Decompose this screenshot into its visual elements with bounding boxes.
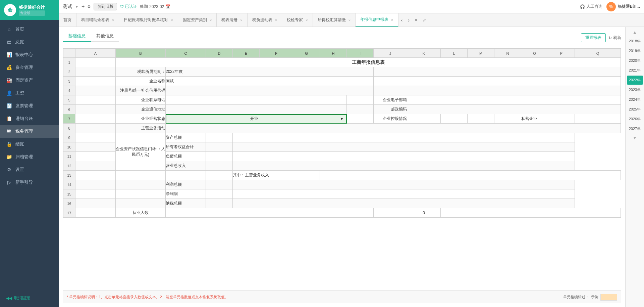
dropdown-arrow-icon[interactable]: ▼ <box>75 4 79 9</box>
sidebar-item-fund[interactable]: 💰 资金管理 <box>0 61 59 74</box>
sidebar-item-archive[interactable]: 📁 归档管理 <box>0 150 59 163</box>
tab-close-icon[interactable]: × <box>306 18 308 22</box>
year-item-2023[interactable]: 2023年 <box>627 85 643 94</box>
cell-2c[interactable]: 2022年度 <box>166 67 374 77</box>
col-header-h[interactable]: H <box>320 49 347 58</box>
year-item-2021[interactable]: 2021年 <box>627 66 643 75</box>
col-header-n[interactable]: N <box>494 49 521 58</box>
cell-5b[interactable]: 企业联系电话 <box>116 95 166 105</box>
sub-tab-other[interactable]: 其他信息 <box>91 31 119 42</box>
cell-3a[interactable] <box>75 77 116 86</box>
cell-13c[interactable] <box>166 171 206 180</box>
unpin-button[interactable]: ◀◀ 取消固定 <box>0 293 59 304</box>
tab-close-icon[interactable]: × <box>275 18 277 22</box>
cell-7j[interactable]: 企业控股情况 <box>374 114 407 124</box>
tab-tax-table[interactable]: 税表清册 × <box>217 13 247 27</box>
cell-13h[interactable] <box>320 171 621 180</box>
sidebar-item-guide[interactable]: ▷ 新手引导 <box>0 176 59 189</box>
tab-close-icon[interactable]: × <box>240 18 242 22</box>
cell-13e[interactable]: 其中：主营业务收入 <box>233 171 293 180</box>
cell-13a[interactable] <box>75 171 116 180</box>
tab-close-icon[interactable]: × <box>348 18 351 22</box>
col-header-f[interactable]: F <box>260 49 293 58</box>
col-header-o[interactable]: O <box>521 49 548 58</box>
tab-close-icon[interactable]: × <box>210 18 212 22</box>
cell-16c[interactable]: 纳税总额 <box>166 199 206 208</box>
tab-close-button[interactable]: × <box>412 13 420 27</box>
tab-next-button[interactable]: › <box>405 13 412 27</box>
cell-7c-dropdown[interactable]: 开业 ▼ <box>166 114 347 124</box>
cell-13g[interactable] <box>293 171 320 180</box>
tab-annual-report[interactable]: 年报信息申报表 × <box>356 13 398 27</box>
year-item-2024[interactable]: 2024年 <box>627 95 643 104</box>
cell-5j[interactable]: 企业电子邮箱 <box>374 95 407 105</box>
cell-15e[interactable] <box>233 189 575 199</box>
settings-gear-icon[interactable]: ⚙ <box>87 4 91 9</box>
cell-11e[interactable] <box>233 152 575 161</box>
sidebar-item-report[interactable]: 📊 报表中心 <box>0 48 59 61</box>
col-header-b[interactable]: B <box>116 49 166 58</box>
cell-15a[interactable] <box>75 189 116 199</box>
cell-15c[interactable]: 净利润 <box>166 189 206 199</box>
cell-16e[interactable] <box>233 199 575 208</box>
cell-17j[interactable] <box>374 208 407 218</box>
cell-17k[interactable]: 0 <box>407 208 441 218</box>
tab-close-icon[interactable]: × <box>171 18 173 22</box>
tab-close-icon[interactable]: × <box>391 18 393 22</box>
tab-fixed-asset-type[interactable]: 固定资产类别 × <box>178 13 217 27</box>
cell-4c[interactable] <box>166 86 374 95</box>
col-header-p[interactable]: P <box>548 49 575 58</box>
year-item-2025[interactable]: 2025年 <box>627 105 643 114</box>
cell-6j[interactable]: 邮政编码 <box>374 105 407 114</box>
cell-2b[interactable]: 税款所属期间： <box>116 67 166 77</box>
cell-9e[interactable] <box>233 133 575 142</box>
cell-3j[interactable] <box>374 77 621 86</box>
cell-6c[interactable] <box>166 105 347 114</box>
cell-16d[interactable] <box>206 199 233 208</box>
user-menu[interactable]: 畅 畅捷通B组... <box>606 2 640 11</box>
tab-journal[interactable]: 日记账与银行对账单核对 × <box>119 13 178 27</box>
cell-1a[interactable] <box>75 58 116 67</box>
cell-17b[interactable]: 从业人数 <box>116 208 166 218</box>
cell-12a[interactable] <box>75 161 116 171</box>
cell-7q[interactable] <box>575 114 621 124</box>
sidebar-item-home[interactable]: ⌂ 首页 <box>0 23 59 36</box>
tab-tax-fluctuation[interactable]: 税负波动表 × <box>248 13 282 27</box>
year-item-2019[interactable]: 2019年 <box>627 46 643 55</box>
switch-version-button[interactable]: 切到旧版 <box>94 3 117 10</box>
col-header-g[interactable]: G <box>293 49 320 58</box>
cell-12e[interactable] <box>233 161 575 171</box>
cell-5a[interactable] <box>75 95 116 105</box>
sub-tab-basic[interactable]: 基础信息 <box>63 31 91 42</box>
cell-17a[interactable] <box>75 208 116 218</box>
cell-7p[interactable] <box>548 114 575 124</box>
cell-15d[interactable] <box>206 189 233 199</box>
cell-5k[interactable] <box>407 95 621 105</box>
year-item-2026[interactable]: 2026年 <box>627 115 643 124</box>
col-header-l[interactable]: L <box>441 49 468 58</box>
cell-11c[interactable]: 负债总额 <box>166 152 206 161</box>
year-panel-up[interactable]: ▲ <box>631 28 639 36</box>
col-header-d[interactable]: D <box>206 49 233 58</box>
cell-3c[interactable]: 测试 <box>166 77 374 86</box>
cell-14a[interactable] <box>75 180 116 189</box>
cell-7a[interactable] <box>75 114 116 124</box>
cell-10a[interactable] <box>75 142 116 152</box>
col-header-j[interactable]: J <box>374 49 407 58</box>
consult-button[interactable]: 🎧 人工咨询 <box>580 4 602 9</box>
year-item-2020[interactable]: 2020年 <box>627 56 643 65</box>
sidebar-item-salary[interactable]: 👤 工资 <box>0 87 59 99</box>
cell-8b[interactable]: 主营业务活动 <box>116 124 166 133</box>
cell-6a[interactable] <box>75 105 116 114</box>
refresh-button[interactable]: ↻ 刷新 <box>608 33 621 42</box>
cell-9d[interactable] <box>206 133 233 142</box>
cell-8c[interactable] <box>166 124 621 133</box>
cell-14c[interactable]: 利润总额 <box>166 180 206 189</box>
add-button[interactable]: + <box>82 4 85 10</box>
tab-close-icon[interactable]: × <box>112 18 114 22</box>
cell-17c[interactable] <box>166 208 374 218</box>
reset-button[interactable]: 重置报表 <box>581 33 606 42</box>
tab-tax-expert[interactable]: 税检专家 × <box>282 13 313 27</box>
sidebar-item-close[interactable]: 🔒 结账 <box>0 138 59 150</box>
col-header-a[interactable]: A <box>75 49 116 58</box>
